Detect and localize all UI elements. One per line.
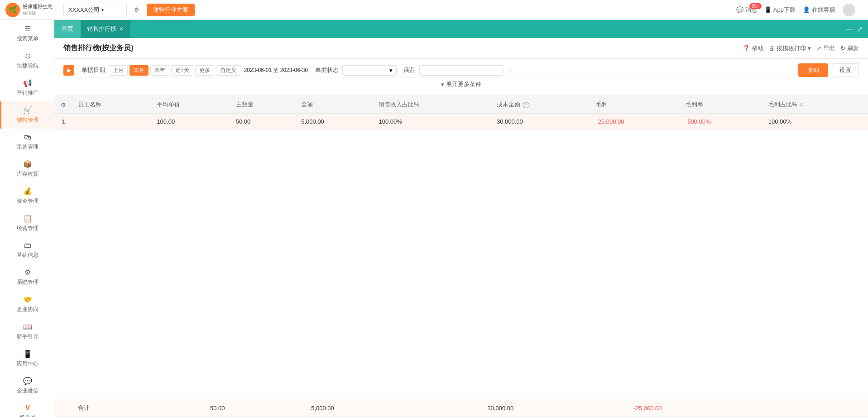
col-gross-pct: 毛利占比% ⇅ <box>763 96 868 114</box>
table-header-row: ⚙ 员工名称 平均单价 主数量 <box>54 96 868 114</box>
content-inner: 销售排行榜(按业务员) ❓ 帮助 🖨 按模板打印 ▾ <box>54 38 868 417</box>
cell-gross: -25,000.00 <box>590 114 680 130</box>
goods-more-icon[interactable]: ··· <box>507 67 512 74</box>
finance-icon: 💰 <box>23 187 32 196</box>
inventory-icon: 📦 <box>23 160 32 168</box>
tab-home[interactable]: 首页 <box>54 20 81 38</box>
sidebar-item-wechat[interactable]: 💬 企业微信 <box>0 372 54 399</box>
status-select[interactable]: ▾ <box>342 65 397 76</box>
date-btn-custom[interactable]: 自定义 <box>216 65 240 76</box>
avatar[interactable] <box>843 4 855 16</box>
cell-cost: 30,000.00 <box>491 114 590 130</box>
page-content: 销售排行榜(按业务员) ❓ 帮助 🖨 按模板打印 ▾ <box>54 38 868 417</box>
logo-icon: 🌿 <box>5 3 20 17</box>
sidebar-item-guide[interactable]: 📖 新手引导 <box>0 318 54 345</box>
sidebar-item-marketing[interactable]: 📢 营销推广 <box>0 74 54 101</box>
col-sales-pct: 销售收入占比% <box>373 96 491 114</box>
cell-gross-pct: 100.00% <box>763 114 868 130</box>
sidebar-item-inventory[interactable]: 📦 库存核算 <box>0 155 54 182</box>
help-label: 帮助 <box>752 44 763 53</box>
system-icon: ⚙ <box>24 268 31 277</box>
message-icon: 💬 <box>736 6 743 13</box>
page-actions: ❓ 帮助 🖨 按模板打印 ▾ ↗ 导出 <box>743 44 859 53</box>
sidebar-item-enterprise[interactable]: 🤝 企业协同 <box>0 291 54 318</box>
total-table: 合计 50.00 5,000.00 30,000.00 -25,000.00 <box>54 399 868 417</box>
refresh-icon: ↻ <box>840 45 845 52</box>
sidebar-item-system[interactable]: ⚙ 系统管理 <box>0 264 54 291</box>
total-gross: -25,000.00 <box>628 399 782 417</box>
sidebar-item-finance[interactable]: 💰 资金管理 <box>0 182 54 210</box>
sidebar-item-vip[interactable]: V 畅会员 <box>0 399 54 417</box>
expand-more-button[interactable]: ▾ 展开更多条件 <box>63 77 859 91</box>
service-label: 在线客服 <box>812 6 835 14</box>
gross-pct-sort-icon[interactable]: ⇅ <box>800 102 803 107</box>
message-button[interactable]: 💬 消息 99+ <box>736 6 757 14</box>
tab-home-label: 首页 <box>62 25 73 33</box>
col-employee: 员工名称 <box>72 96 151 114</box>
filter-toggle-button[interactable]: ▶ <box>63 65 74 76</box>
filter-area: ▶ 单据日期 上月 本月 本年 近7天 更多 自定义 2023-0 <box>54 59 868 96</box>
tab-sales-ranking[interactable]: 销售排行榜 ✕ <box>81 20 130 38</box>
cost-tip-icon[interactable]: ? <box>523 102 529 108</box>
query-button[interactable]: 查询 <box>798 63 828 77</box>
help-button[interactable]: ❓ 帮助 <box>743 44 763 53</box>
sidebar-item-operations[interactable]: 📋 经营管理 <box>0 210 54 237</box>
date-btn-current-year[interactable]: 本年 <box>150 65 169 76</box>
date-filter-label: 单据日期 <box>82 66 105 74</box>
export-label: 导出 <box>823 44 835 53</box>
export-icon: ↗ <box>816 45 821 52</box>
tab-actions: — ⤢ <box>840 25 868 34</box>
sidebar-item-purchase[interactable]: 🛍 采购管理 <box>0 129 54 155</box>
goods-filter-group: 商品 ··· <box>404 65 512 76</box>
online-service-button[interactable]: 👤 在线客服 <box>803 6 835 14</box>
sidebar-item-sales[interactable]: 🛒 销售管理 <box>0 101 54 129</box>
col-avg-price-label: 平均单价 <box>157 101 180 108</box>
export-button[interactable]: ↗ 导出 <box>816 44 835 53</box>
goods-input[interactable] <box>419 65 504 76</box>
top-right-area: 💬 消息 99+ 📱 App下载 👤 在线客服 <box>736 4 863 16</box>
company-select[interactable]: XXXXX公司 ▾ <box>63 4 127 16</box>
logo-sub: 标准版 <box>23 10 53 16</box>
print-button[interactable]: 🖨 按模板打印 ▾ <box>769 44 811 53</box>
tab-maximize-icon[interactable]: ⤢ <box>857 25 863 34</box>
page-header: 销售排行榜(按业务员) ❓ 帮助 🖨 按模板打印 ▾ <box>54 38 868 59</box>
logo-text: 畅康通好生意 <box>23 3 53 10</box>
chevron-down-icon: ▾ <box>101 7 104 12</box>
table-head: ⚙ 员工名称 平均单价 主数量 <box>54 96 868 114</box>
date-btn-7days[interactable]: 近7天 <box>171 65 193 76</box>
col-amount: 全额 <box>296 96 373 114</box>
date-btn-more[interactable]: 更多 <box>195 65 214 76</box>
vip-icon: V <box>25 404 30 412</box>
tab-close-icon[interactable]: ✕ <box>119 26 124 32</box>
col-gross: 毛利 <box>590 96 680 114</box>
company-settings-button[interactable]: ⚙ <box>130 4 143 16</box>
col-gross-pct-label: 毛利占比% <box>768 101 797 108</box>
refresh-button[interactable]: ↻ 刷新 <box>840 44 859 53</box>
sidebar: ☰ 搜索菜单 ⊙ 快捷导航 📢 营销推广 🛒 销售管理 🛍 采购管理 📦 库存核… <box>0 20 54 417</box>
settings-button[interactable]: 设置 <box>832 63 859 77</box>
sidebar-item-search[interactable]: ☰ 搜索菜单 <box>0 20 54 47</box>
sidebar-item-label-marketing: 营销推广 <box>17 89 38 97</box>
sidebar-item-label-guide: 新手引导 <box>17 333 38 340</box>
cell-sales-pct: 100.00% <box>373 114 491 130</box>
goods-filter-label: 商品 <box>404 66 416 74</box>
search-menu-icon: ☰ <box>24 24 31 33</box>
purchase-icon: 🛍 <box>24 133 31 141</box>
print-icon: 🖨 <box>769 45 775 52</box>
tab-minimize-icon[interactable]: — <box>846 25 853 33</box>
sidebar-item-label-system: 系统管理 <box>17 278 38 286</box>
sidebar-item-appcenter[interactable]: 📱 应用中心 <box>0 345 54 372</box>
sidebar-item-basicinfo[interactable]: 🗃 基础信息 <box>0 237 54 264</box>
sidebar-item-quicknav[interactable]: ⊙ 快捷导航 <box>0 47 54 74</box>
sales-icon: 🛒 <box>23 106 32 115</box>
trial-button[interactable]: 体验行业方案 <box>147 4 195 16</box>
date-btn-current-month[interactable]: 本月 <box>129 65 149 76</box>
guide-icon: 📖 <box>23 322 32 331</box>
sidebar-item-label-search: 搜索菜单 <box>17 35 38 43</box>
date-btn-last-month[interactable]: 上月 <box>109 65 128 76</box>
col-employee-label: 员工名称 <box>78 101 101 108</box>
col-settings: ⚙ <box>54 96 72 114</box>
status-select-chevron: ▾ <box>389 67 393 74</box>
status-filter-group: 单据状态 ▾ <box>315 65 397 76</box>
app-download-button[interactable]: 📱 App下载 <box>764 6 796 14</box>
